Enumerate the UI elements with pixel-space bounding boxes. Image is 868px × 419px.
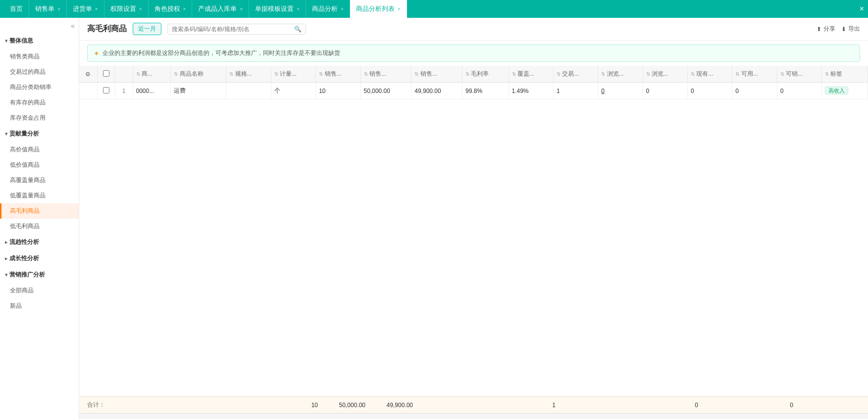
cell-spec bbox=[226, 83, 271, 99]
tab-close-icon[interactable]: × bbox=[240, 6, 243, 12]
tab-close-icon[interactable]: × bbox=[139, 6, 142, 12]
nav-tab-商品分析[interactable]: 商品分析× bbox=[306, 0, 350, 18]
sidebar-item[interactable]: 商品分类助销率 bbox=[0, 80, 79, 95]
nav-tab-销售单[interactable]: 销售单× bbox=[29, 0, 67, 18]
col-header-current[interactable]: ⇅ 现有... bbox=[687, 66, 732, 83]
tab-close-icon[interactable]: × bbox=[95, 6, 98, 12]
nav-tab-label: 商品分析列表 bbox=[356, 4, 395, 13]
group-arrow-icon: ▾ bbox=[5, 272, 7, 278]
nav-tab-首页[interactable]: 首页 bbox=[4, 0, 29, 18]
sidebar-group-title[interactable]: ▾贡献量分析 bbox=[0, 126, 79, 142]
sidebar-group-title[interactable]: ▸流趋性分析 bbox=[0, 234, 79, 250]
sort-icon: ⇅ bbox=[557, 71, 561, 77]
share-button[interactable]: ⬆ 分享 bbox=[817, 25, 835, 33]
tab-close-icon[interactable]: × bbox=[183, 6, 186, 12]
col-header-tag[interactable]: ⇅ 标签 bbox=[822, 66, 868, 83]
sidebar-group: ▾整体信息销售类商品交易过的商品商品分类助销率有库存的商品库存资金占用 bbox=[0, 33, 79, 126]
sidebar-item[interactable]: 交易过的商品 bbox=[0, 64, 79, 80]
sidebar-item[interactable]: 高毛利商品 bbox=[0, 203, 79, 219]
col-header-check[interactable] bbox=[97, 66, 115, 83]
col-header-trade[interactable]: ⇅ 交易... bbox=[553, 66, 598, 83]
group-arrow-icon: ▸ bbox=[5, 239, 7, 245]
col-header-browse1[interactable]: ⇅ 浏览... bbox=[598, 66, 643, 83]
cell-sale3: 49,900.00 bbox=[411, 83, 462, 99]
sidebar-group: ▾贡献量分析高价值商品低价值商品高覆盖量商品低覆盖量商品高毛利商品低毛利商品 bbox=[0, 126, 79, 234]
select-all-checkbox[interactable] bbox=[103, 70, 109, 77]
col-header-browse2[interactable]: ⇅ 浏览... bbox=[643, 66, 687, 83]
nav-tab-角色授权[interactable]: 角色授权× bbox=[149, 0, 193, 18]
filter-button[interactable]: 近一月 bbox=[133, 23, 161, 35]
cell-sellable: 0 bbox=[777, 83, 821, 99]
bottom-scrollbar[interactable] bbox=[79, 413, 868, 419]
nav-tab-商品分析列表[interactable]: 商品分析列表× bbox=[350, 0, 407, 18]
col-header-settings[interactable]: ⚙ bbox=[79, 66, 97, 83]
page-title: 高毛利商品 bbox=[87, 24, 127, 34]
search-icon[interactable]: 🔍 bbox=[294, 26, 302, 33]
sidebar-item[interactable]: 有库存的商品 bbox=[0, 95, 79, 110]
sidebar-item[interactable]: 低覆盖量商品 bbox=[0, 188, 79, 203]
footer-label: 合计： bbox=[87, 401, 105, 409]
tab-close-icon[interactable]: × bbox=[341, 6, 344, 12]
col-header-sellable[interactable]: ⇅ 可销... bbox=[777, 66, 821, 83]
cell-check[interactable] bbox=[97, 83, 115, 99]
cell-gross: 99.8% bbox=[462, 83, 509, 99]
sort-icon: ⇅ bbox=[465, 71, 469, 77]
col-header-sale1[interactable]: ⇅ 销售... bbox=[316, 66, 360, 83]
sidebar-item[interactable]: 全部商品 bbox=[0, 283, 79, 298]
sidebar-collapse-button[interactable]: « bbox=[71, 22, 75, 30]
col-header-unit[interactable]: ⇅ 计量... bbox=[271, 66, 315, 83]
cell-current: 0 bbox=[687, 83, 732, 99]
nav-tab-权限设置[interactable]: 权限设置× bbox=[104, 0, 149, 18]
sort-icon: ⇅ bbox=[229, 71, 233, 77]
sidebar-group-title[interactable]: ▾营销推广分析 bbox=[0, 267, 79, 283]
table-container[interactable]: ⚙⇅ 商...⇅ 商品名称⇅ 规格...⇅ 计量...⇅ 销售...⇅ 销售..… bbox=[79, 66, 868, 396]
sidebar-group: ▸成长性分析 bbox=[0, 250, 79, 267]
row-checkbox[interactable] bbox=[103, 87, 109, 93]
sidebar-group-title[interactable]: ▸成长性分析 bbox=[0, 250, 79, 267]
content-header: 高毛利商品 近一月 🔍 ⬆ 分享 ⬇ 导出 bbox=[79, 18, 868, 41]
nav-tab-label: 首页 bbox=[10, 4, 23, 13]
cell-browse1: 0 bbox=[598, 83, 643, 99]
col-header-num[interactable] bbox=[115, 66, 133, 83]
col-header-code[interactable]: ⇅ 商... bbox=[133, 66, 171, 83]
col-header-cover[interactable]: ⇅ 覆盖... bbox=[509, 66, 553, 83]
settings-icon[interactable]: ⚙ bbox=[85, 71, 91, 78]
sort-icon: ⇅ bbox=[646, 71, 650, 77]
sidebar-group-title[interactable]: ▾整体信息 bbox=[0, 33, 79, 49]
content-area: 高毛利商品 近一月 🔍 ⬆ 分享 ⬇ 导出 ✦ 企业的主要的利润都是这部分商品创… bbox=[79, 18, 868, 419]
col-header-spec[interactable]: ⇅ 规格... bbox=[226, 66, 271, 83]
table-row: 10000...运费个1050,000.0049,900.0099.8%1.49… bbox=[79, 83, 868, 99]
col-header-gross[interactable]: ⇅ 毛利率 bbox=[462, 66, 509, 83]
close-all-button[interactable]: × bbox=[860, 4, 864, 13]
col-header-name[interactable]: ⇅ 商品名称 bbox=[171, 66, 226, 83]
nav-tab-进货单[interactable]: 进货单× bbox=[67, 0, 104, 18]
col-header-sale3[interactable]: ⇅ 销售... bbox=[411, 66, 462, 83]
browse1-link[interactable]: 0 bbox=[601, 88, 605, 94]
main-layout: « ▾整体信息销售类商品交易过的商品商品分类助销率有库存的商品库存资金占用▾贡献… bbox=[0, 18, 868, 419]
sidebar-item[interactable]: 高价值商品 bbox=[0, 142, 79, 157]
sidebar-item[interactable]: 低毛利商品 bbox=[0, 219, 79, 234]
cell-num: 1 bbox=[115, 83, 133, 99]
nav-tab-单据模板设置[interactable]: 单据模板设置× bbox=[249, 0, 306, 18]
sidebar-item[interactable]: 销售类商品 bbox=[0, 49, 79, 64]
col-header-available[interactable]: ⇅ 可用... bbox=[732, 66, 777, 83]
col-header-sale2[interactable]: ⇅ 销售... bbox=[360, 66, 411, 83]
sidebar-item[interactable]: 低价值商品 bbox=[0, 157, 79, 173]
nav-tab-产成品入库单[interactable]: 产成品入库单× bbox=[192, 0, 249, 18]
sort-icon: ⇅ bbox=[364, 71, 368, 77]
sidebar-item[interactable]: 库存资金占用 bbox=[0, 110, 79, 126]
tab-close-icon[interactable]: × bbox=[297, 6, 300, 12]
tab-close-icon[interactable]: × bbox=[57, 6, 60, 12]
sort-icon: ⇅ bbox=[274, 71, 278, 77]
export-icon: ⬇ bbox=[841, 26, 846, 33]
top-nav: 首页销售单×进货单×权限设置×角色授权×产成品入库单×单据模板设置×商品分析×商… bbox=[0, 0, 868, 18]
sidebar-item[interactable]: 新品 bbox=[0, 298, 79, 314]
search-input[interactable] bbox=[172, 26, 292, 33]
export-button[interactable]: ⬇ 导出 bbox=[841, 25, 860, 33]
sidebar-item[interactable]: 高覆盖量商品 bbox=[0, 173, 79, 188]
data-table: ⚙⇅ 商...⇅ 商品名称⇅ 规格...⇅ 计量...⇅ 销售...⇅ 销售..… bbox=[79, 66, 868, 99]
tab-close-icon[interactable]: × bbox=[398, 6, 401, 12]
cell-trade: 1 bbox=[553, 83, 598, 99]
cell-cover: 1.49% bbox=[509, 83, 553, 99]
share-icon: ⬆ bbox=[817, 26, 821, 33]
